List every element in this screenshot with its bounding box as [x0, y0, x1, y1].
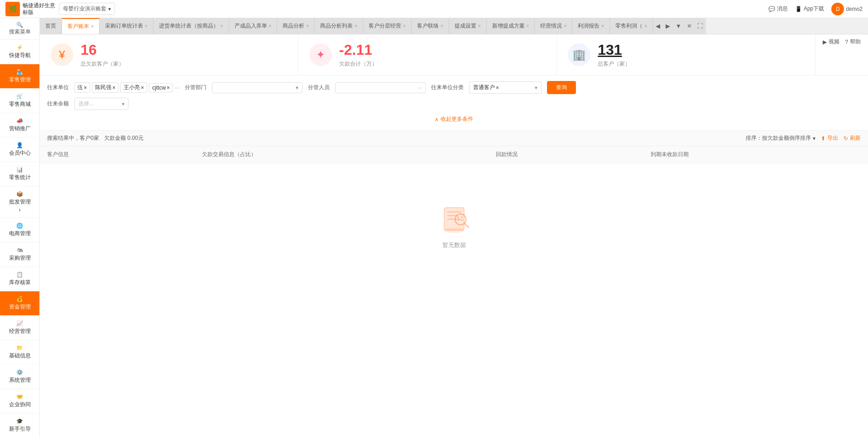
- sidebar-item-wholesale[interactable]: 📦 批发管理 ›: [0, 186, 39, 218]
- col-due-date-label: 到期未收款日期: [651, 151, 689, 157]
- tab-close-all[interactable]: ✕: [684, 18, 695, 34]
- col-customer-info-label: 客户信息: [47, 151, 69, 157]
- tab-production-close[interactable]: ×: [269, 24, 272, 28]
- tab-nav-prev[interactable]: ◀: [653, 18, 663, 34]
- tab-inbound-close[interactable]: ×: [221, 24, 223, 28]
- sidebar-retail-label: 零售管理: [9, 76, 31, 84]
- sidebar-item-inventory[interactable]: 📋 库存核算: [0, 267, 39, 291]
- capital-icon: 💰: [16, 296, 23, 302]
- export-button[interactable]: ⬆ 导出: [821, 134, 838, 142]
- tab-fullscreen[interactable]: ⛶: [695, 18, 706, 34]
- amount-placeholder: 选择...: [78, 100, 94, 108]
- filter-tag-cj: cjttcw ×: [149, 83, 173, 92]
- tab-product-analysis[interactable]: 商品分析 ×: [277, 18, 315, 34]
- sidebar-item-operations[interactable]: 📈 经营管理: [0, 316, 39, 340]
- tab-profit[interactable]: 利润报告 ×: [572, 18, 610, 34]
- tab-purchase-close[interactable]: ×: [145, 24, 148, 28]
- sidebar-item-retail-stats[interactable]: 📊 零售统计: [0, 162, 39, 186]
- video-action[interactable]: ▶ 视频: [823, 38, 839, 46]
- tab-customer-seg-label: 客户分层经营: [369, 22, 401, 30]
- tab-nav-more[interactable]: ▼: [673, 18, 684, 34]
- unit-more[interactable]: ···: [175, 85, 179, 91]
- sidebar-item-ecommerce[interactable]: 🌐 电商管理: [0, 218, 39, 242]
- tab-operations[interactable]: 经营情况 ×: [535, 18, 572, 34]
- unit-tags: 伍 × 陈民强 × 王小亮 ×: [74, 82, 179, 93]
- tab-retail-profit[interactable]: 零售利润（ ×: [610, 18, 653, 34]
- video-icon: ▶: [823, 39, 827, 45]
- user-name: demo2: [846, 6, 863, 12]
- tab-customer-seg-close[interactable]: ×: [403, 24, 406, 28]
- page-actions: ▶ 视频 ? 帮助: [815, 34, 868, 75]
- refresh-button[interactable]: ↻ 刷新: [844, 134, 861, 142]
- help-action[interactable]: ? 帮助: [845, 38, 861, 46]
- tab-customer-accounts[interactable]: 客户账本 ×: [62, 18, 100, 34]
- top-bar-left: 🌿 畅捷通好生意标版 母婴行业演示账套 ▾: [5, 2, 115, 16]
- stat-debtors-value: 16: [81, 42, 124, 58]
- video-label: 视频: [829, 38, 839, 46]
- department-select[interactable]: ▾: [212, 82, 302, 93]
- purchase-icon: 🛍: [17, 247, 23, 253]
- sidebar-item-capital[interactable]: 💰 资金管理: [0, 291, 39, 316]
- mall-icon: 🛒: [16, 93, 23, 100]
- app-download-action[interactable]: 📱 App下载: [795, 5, 824, 13]
- collapse-button[interactable]: ∧ 收起更多条件: [47, 114, 861, 125]
- person-select[interactable]: ···: [335, 82, 426, 93]
- top-bar-right: 💬 消息 📱 App下载 D demo2: [768, 3, 863, 15]
- sidebar-system-label: 系统管理: [9, 376, 31, 384]
- tag-wu-remove[interactable]: ×: [84, 85, 87, 91]
- export-icon: ⬆: [821, 135, 825, 142]
- tab-customer-contact-close[interactable]: ×: [441, 24, 443, 28]
- enterprise-name: 母婴行业演示账套: [63, 5, 106, 13]
- tab-product-list-close[interactable]: ×: [355, 24, 357, 28]
- unit-class-tag-remove[interactable]: ×: [496, 85, 499, 91]
- tab-purchase-order[interactable]: 采购订单统计表 ×: [100, 18, 153, 34]
- sidebar-item-enterprise-coop[interactable]: 🤝 企业协同: [0, 389, 39, 413]
- enterprise-selector[interactable]: 母婴行业演示账套 ▾: [59, 3, 115, 15]
- department-label: 分管部门: [185, 84, 206, 91]
- sidebar-marketing-label: 营销推广: [9, 125, 31, 133]
- tab-product-list[interactable]: 商品分析列表 ×: [315, 18, 363, 34]
- sort-select[interactable]: 排序：按欠款金额倒序排序 ▾: [746, 134, 815, 142]
- query-button[interactable]: 查询: [547, 81, 576, 94]
- tab-home-label: 首页: [45, 22, 56, 30]
- tab-customer-contact[interactable]: 客户联络 ×: [412, 18, 449, 34]
- tag-wang-remove[interactable]: ×: [141, 85, 144, 91]
- sidebar-item-basic-info[interactable]: 📁 基础信息: [0, 340, 39, 365]
- avatar: D: [831, 3, 844, 15]
- tab-operations-label: 经营情况: [540, 22, 562, 30]
- tab-product-close[interactable]: ×: [306, 24, 309, 28]
- tab-new-promotion[interactable]: 新增提成方案 ×: [487, 18, 535, 34]
- unit-class-select[interactable]: 普通客户 × ▾: [469, 81, 542, 94]
- messages-action[interactable]: 💬 消息: [768, 5, 788, 13]
- unit-class-tag: 普通客户 ×: [473, 84, 499, 91]
- sidebar-item-nav[interactable]: ⚡ 快捷导航: [0, 40, 39, 64]
- sidebar-item-new-guide[interactable]: 🎓 新手引导: [0, 413, 39, 437]
- stat-debt: ✦ -2.11 欠款合计（万）: [298, 34, 557, 75]
- amount-select[interactable]: 选择... ▾: [74, 98, 129, 110]
- tab-home[interactable]: 首页: [40, 18, 62, 34]
- filter-row-2: 往来余额 选择... ▾: [47, 98, 861, 110]
- tab-promotion-settings-close[interactable]: ×: [478, 24, 481, 28]
- tab-production[interactable]: 产成品入库单 ×: [229, 18, 278, 34]
- tab-retail-profit-close[interactable]: ×: [644, 24, 647, 28]
- sidebar-search[interactable]: 🔍 搜索菜单: [0, 18, 39, 40]
- tab-customer-accounts-close[interactable]: ×: [91, 24, 94, 29]
- sidebar-item-purchase[interactable]: 🛍 采购管理: [0, 242, 39, 267]
- tab-promotion-settings[interactable]: 提成设置 ×: [449, 18, 487, 34]
- user-action[interactable]: D demo2: [831, 3, 863, 15]
- tab-profit-close[interactable]: ×: [601, 24, 604, 28]
- sidebar-item-retail-mall[interactable]: 🛒 零售商城: [0, 89, 39, 113]
- sidebar-item-marketing[interactable]: 📣 营销推广: [0, 113, 39, 138]
- tab-new-promotion-close[interactable]: ×: [527, 24, 529, 28]
- tag-cj-remove[interactable]: ×: [167, 85, 170, 91]
- tab-inbound-stats[interactable]: 进货单统计表（按商品） ×: [153, 18, 229, 34]
- tag-chen-remove[interactable]: ×: [112, 85, 115, 91]
- tab-operations-close[interactable]: ×: [564, 24, 566, 28]
- sidebar-item-member[interactable]: 👤 会员中心: [0, 138, 39, 162]
- tab-customer-seg[interactable]: 客户分层经营 ×: [363, 18, 412, 34]
- stat-debtors: ¥ 16 总欠款客户（家）: [40, 34, 298, 75]
- tab-nav-next[interactable]: ▶: [663, 18, 673, 34]
- tab-profit-label: 利润报告: [578, 22, 599, 30]
- sidebar-item-retail-mgmt[interactable]: 🏪 零售管理: [0, 64, 39, 89]
- sidebar-item-system[interactable]: ⚙️ 系统管理: [0, 365, 39, 389]
